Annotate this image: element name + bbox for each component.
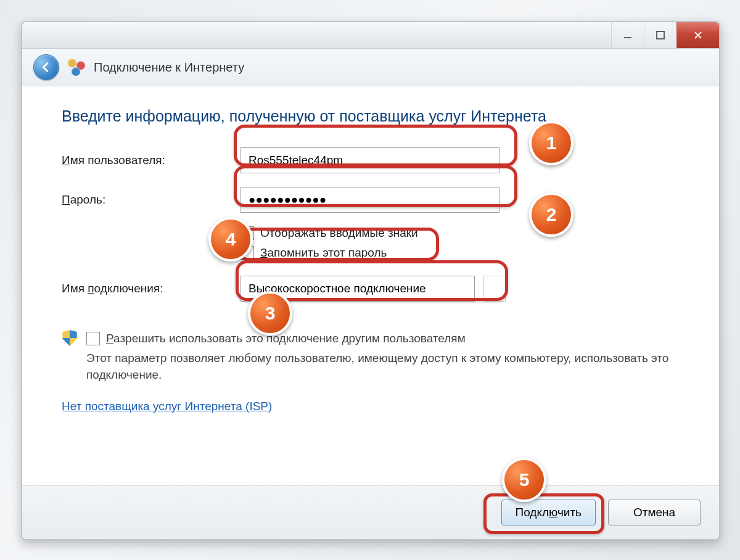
allow-others-label: Разрешить использовать это подключение д…	[106, 330, 466, 347]
remember-password-label: Запомнить этот пароль	[260, 246, 387, 260]
show-characters-label: Отображать вводимые знаки	[260, 226, 418, 240]
connect-button[interactable]: Подключить	[501, 500, 596, 525]
minimize-icon	[622, 30, 633, 41]
dialog-window: Подключение к Интернету Введите информац…	[21, 21, 720, 540]
remember-password-checkbox[interactable]: ✓	[240, 246, 254, 260]
connection-name-label: Имя подключения:	[62, 282, 240, 295]
shield-icon	[62, 330, 78, 346]
show-characters-row: Отображать вводимые знаки	[240, 226, 680, 240]
content-panel: Введите информацию, полученную от постав…	[22, 86, 719, 508]
password-input[interactable]	[240, 187, 500, 213]
close-button[interactable]	[676, 22, 719, 48]
wizard-header: Подключение к Интернету	[22, 49, 719, 86]
close-icon	[693, 30, 704, 41]
password-label: Пароль:	[62, 193, 240, 207]
allow-others-description: Этот параметр позволяет любому пользоват…	[86, 350, 680, 384]
minimize-button[interactable]	[611, 22, 644, 48]
maximize-icon	[655, 30, 666, 41]
no-isp-link[interactable]: Нет поставщика услуг Интернета (ISP)	[62, 400, 272, 413]
maximize-button[interactable]	[644, 22, 676, 48]
svg-rect-1	[657, 31, 664, 39]
allow-others-block: Разрешить использовать это подключение д…	[62, 330, 680, 384]
window-title: Подключение к Интернету	[94, 60, 244, 75]
connection-name-input[interactable]	[240, 276, 475, 302]
password-row: Пароль:	[62, 187, 680, 213]
connection-name-row: Имя подключения:	[62, 276, 680, 302]
dialog-footer: Подключить Отмена	[22, 485, 719, 539]
show-characters-checkbox[interactable]	[240, 226, 254, 240]
titlebar	[22, 22, 719, 49]
connection-name-aux-box	[483, 276, 506, 302]
username-row: Имя пользователя:	[62, 147, 680, 173]
username-input[interactable]	[240, 147, 500, 173]
cancel-button[interactable]: Отмена	[608, 500, 701, 525]
back-button[interactable]	[33, 54, 59, 80]
page-heading: Введите информацию, полученную от постав…	[62, 107, 680, 125]
network-icon	[68, 59, 85, 76]
allow-others-checkbox[interactable]	[86, 332, 100, 345]
back-arrow-icon	[39, 60, 53, 74]
username-label: Имя пользователя:	[62, 154, 240, 167]
allow-others-row: Разрешить использовать это подключение д…	[86, 330, 680, 347]
remember-password-row: ✓ Запомнить этот пароль	[240, 246, 680, 260]
